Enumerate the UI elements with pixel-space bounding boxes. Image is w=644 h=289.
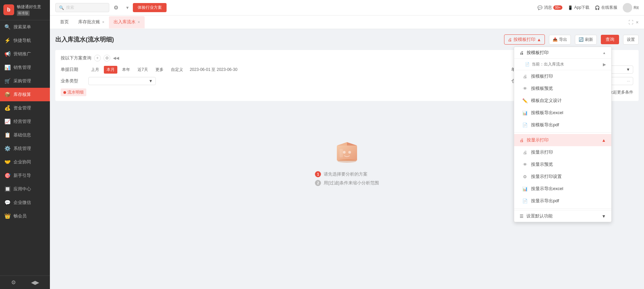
sidebar-item-membership[interactable]: 👑 畅会员 — [0, 209, 50, 223]
tab-inout-flow-close[interactable]: × — [138, 20, 140, 24]
step-num-2: 2 — [315, 180, 321, 186]
sidebar-item-basic[interactable]: 📋 基础信息 — [0, 128, 50, 142]
date-btn-this-month[interactable]: 本月 — [104, 66, 117, 74]
guide-icon: 🎯 — [4, 172, 11, 179]
svg-point-3 — [343, 151, 346, 154]
sidebar-item-system[interactable]: ⚙️ 系统管理 — [0, 142, 50, 155]
app-badge: 标准版 — [17, 10, 30, 16]
tab-batch-account[interactable]: 库存批次账 × — [74, 16, 109, 28]
printer-small-icon: 🖨 — [522, 74, 528, 79]
tab-home[interactable]: 首页 — [55, 16, 74, 28]
topbar: 🔍 搜索 ⚙ ▼ 体验行业方案 💬 消息 99+ 📱 App下载 🎧 — [50, 0, 644, 16]
shortcut-icon: ⚡ — [4, 37, 11, 44]
trial-industry-btn[interactable]: 体验行业方案 — [133, 3, 167, 12]
app-name: 畅捷通好生意 — [17, 4, 41, 10]
filter-tag-dot — [63, 91, 66, 94]
empty-illustration — [330, 132, 364, 166]
dropdown-template-preview[interactable]: 👁 按模板预览 — [514, 82, 611, 95]
date-btn-7days[interactable]: 近7天 — [135, 66, 151, 74]
dropdown-template-custom[interactable]: ✏️ 模板自定义设计 — [514, 95, 611, 107]
export-btn[interactable]: 📤 导出 — [549, 35, 571, 45]
sidebar: b 畅捷通好生意 标准版 🔍 搜索菜单 ⚡ 快捷导航 📢 营销推广 📊 销 — [0, 0, 50, 289]
sidebar-item-cooperation[interactable]: 🤝 企业协同 — [0, 155, 50, 169]
dropdown-section2-arrow: ▲ — [602, 138, 606, 143]
sidebar-item-search[interactable]: 🔍 搜索菜单 — [0, 20, 50, 34]
date-btn-this-year[interactable]: 本年 — [119, 66, 133, 74]
svg-point-1 — [338, 159, 356, 163]
filter-settings-btn[interactable]: ⚙ — [104, 55, 110, 61]
dropdown-section1-header: 🖨 按模板打印 ▲ — [514, 47, 611, 59]
topbar-settings-icon[interactable]: ⚙ — [113, 4, 119, 11]
dropdown-template-export-pdf[interactable]: 📄 按模板导出pdf — [514, 119, 611, 131]
dropdown-display-print-settings[interactable]: ⚙ 按显示打印设置 — [514, 170, 611, 183]
dropdown-display-print[interactable]: 🖨 按显示打印 — [514, 146, 611, 158]
print-icon: 🖨 — [508, 37, 512, 42]
user-avatar-btn[interactable]: Rit — [623, 3, 639, 12]
dropdown-section2-header[interactable]: 🖨 按显示打印 ▲ — [514, 134, 611, 146]
business-type-arrow: ▼ — [149, 79, 153, 83]
sidebar-item-finance[interactable]: 💰 资金管理 — [0, 101, 50, 115]
basic-icon: 📋 — [4, 132, 11, 138]
online-service-btn[interactable]: 🎧 在线客服 — [595, 5, 617, 10]
settings-bottom-btn[interactable]: ⚙ — [11, 279, 16, 286]
page-actions: 🖨 按模板打印 ▲ 📤 导出 🔄 刷新 查询 设置 — [504, 34, 639, 45]
refresh-icon: 🔄 — [579, 37, 584, 42]
headset-icon: 🎧 — [595, 5, 600, 10]
tab-batch-account-close[interactable]: × — [102, 20, 104, 24]
dropdown-template-print[interactable]: 🖨 按模板打印 — [514, 70, 611, 82]
dropdown-display-preview[interactable]: 👁 按显示预览 — [514, 158, 611, 170]
tab-inout-flow[interactable]: 出入库流水 × — [109, 16, 144, 28]
sidebar-item-inventory[interactable]: 📦 库存核算 — [0, 88, 50, 101]
date-btn-custom[interactable]: 自定义 — [168, 66, 186, 74]
sidebar-item-marketing[interactable]: 📢 营销推广 — [0, 47, 50, 61]
close-window-btn[interactable]: × — [636, 20, 639, 25]
message-btn[interactable]: 💬 消息 99+ — [537, 5, 562, 10]
sidebar-item-operation[interactable]: 📈 经营管理 — [0, 115, 50, 128]
filter-collapse-left-btn[interactable]: ◀◀ — [113, 56, 119, 60]
dropdown-display-export-excel[interactable]: 📊 按显示导出excel — [514, 183, 611, 195]
sidebar-item-sales[interactable]: 📊 销售管理 — [0, 61, 50, 74]
message-icon: 💬 — [537, 5, 543, 10]
filter-add-btn[interactable]: + — [94, 55, 101, 61]
dropdown-display-export-pdf[interactable]: 📄 按显示导出pdf — [514, 195, 611, 207]
enterprise-wechat-icon: 💬 — [4, 199, 11, 206]
date-btn-last-month[interactable]: 上月 — [88, 66, 102, 74]
sidebar-item-app-center[interactable]: 🔲 应用中心 — [0, 182, 50, 196]
topbar-search[interactable]: 🔍 搜索 — [55, 3, 109, 12]
empty-step-1: 1 请先选择要分析的方案 — [315, 171, 379, 177]
empty-step-2: 2 用[过滤]条件来缩小分析范围 — [315, 180, 379, 186]
sidebar-item-guide[interactable]: 🎯 新手引导 — [0, 169, 50, 182]
sidebar-bottom: ⚙ ◀▶ — [0, 275, 50, 289]
purchase-icon: 🛒 — [4, 78, 11, 84]
current-template-item: 📄 当前：出入库流水 ▶ — [514, 59, 611, 70]
filter-tag-liushui: 流水明细 — [61, 88, 86, 96]
sidebar-item-purchase[interactable]: 🛒 采购管理 — [0, 74, 50, 88]
operation-icon: 📈 — [4, 118, 11, 125]
date-range-display: 2023-06-01 至 2023-06-30 — [190, 67, 237, 73]
refresh-btn[interactable]: 🔄 刷新 — [575, 35, 597, 45]
date-btn-more[interactable]: 更多 — [153, 66, 166, 74]
sidebar-item-shortcut[interactable]: ⚡ 快捷导航 — [0, 34, 50, 47]
logo-icon: b — [3, 4, 14, 15]
finance-icon: 💰 — [4, 105, 11, 111]
design-icon: ✏️ — [522, 98, 528, 103]
settings-btn[interactable]: 设置 — [623, 35, 639, 45]
main-area: 🔍 搜索 ⚙ ▼ 体验行业方案 💬 消息 99+ 📱 App下载 🎧 — [50, 0, 644, 289]
dropdown-section1-arrow[interactable]: ▲ — [603, 51, 606, 55]
collapse-sidebar-btn[interactable]: ◀▶ — [31, 279, 39, 286]
dropdown-template-export-excel[interactable]: 📊 按模板导出excel — [514, 107, 611, 119]
tab-window-controls: ⛶ × — [628, 20, 639, 25]
query-btn[interactable]: 查询 — [601, 35, 619, 44]
preview-icon: 👁 — [522, 86, 528, 91]
business-type-select[interactable]: ▼ — [88, 77, 156, 85]
app-download-btn[interactable]: 📱 App下载 — [568, 5, 589, 10]
cooperation-icon: 🤝 — [4, 159, 11, 165]
sidebar-item-enterprise-wechat[interactable]: 💬 企业微信 — [0, 196, 50, 209]
dropdown-footer[interactable]: ☰ 设置默认功能 ▼ — [514, 210, 611, 222]
print-template-btn[interactable]: 🖨 按模板打印 ▲ — [504, 34, 545, 45]
excel-icon2: 📊 — [522, 186, 528, 191]
user-avatar — [623, 3, 632, 12]
maximize-btn[interactable]: ⛶ — [628, 20, 633, 25]
warehouse-more-icon: ··· — [627, 79, 630, 83]
current-template-arrow: ▶ — [603, 62, 606, 67]
